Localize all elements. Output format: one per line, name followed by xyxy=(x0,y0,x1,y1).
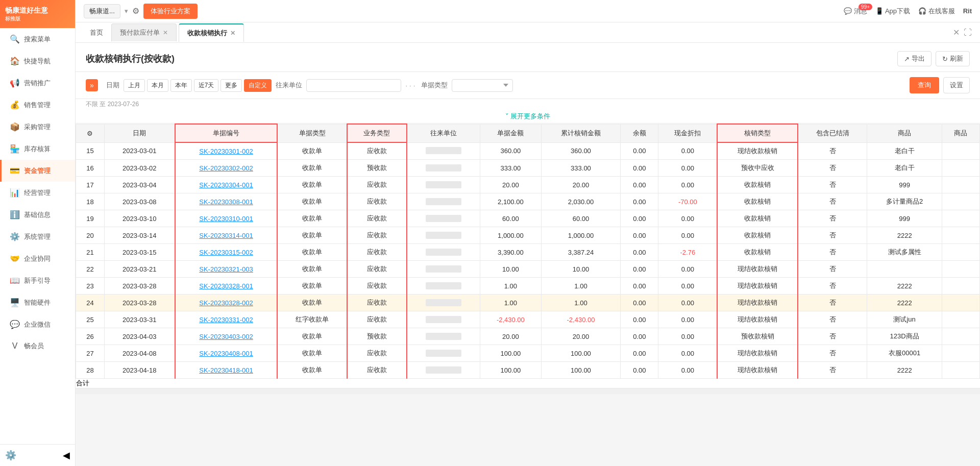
cell-doc-no[interactable]: SK-20230302-002 xyxy=(175,160,278,177)
table-row[interactable]: 16 2023-03-02 SK-20230302-002 收款单 预收款 33… xyxy=(76,160,980,177)
settings-icon[interactable]: ⚙️ xyxy=(5,450,16,461)
chevron-down-icon[interactable]: ▾ xyxy=(125,7,128,15)
cell-no: 16 xyxy=(76,160,105,177)
date-this-month-btn[interactable]: 本月 xyxy=(147,79,168,92)
app-download-btn[interactable]: 📱 App下载 xyxy=(875,7,910,16)
cell-doc-no[interactable]: SK-20230308-001 xyxy=(175,193,278,210)
cell-biz-type: 应收款 xyxy=(347,311,406,328)
query-btn[interactable]: 查询 xyxy=(910,77,939,93)
industry-btn[interactable]: 体验行业方案 xyxy=(143,4,198,19)
corp-icon: 🤝 xyxy=(10,254,20,263)
sidebar-item-purchase[interactable]: 📦 采购管理 xyxy=(0,116,75,138)
gear-icon[interactable]: ⚙ xyxy=(132,6,139,16)
cell-doc-no[interactable]: SK-20230310-001 xyxy=(175,210,278,227)
date-this-year-btn[interactable]: 本年 xyxy=(170,79,192,92)
org-selector[interactable]: 畅康道... xyxy=(84,4,120,18)
settings-btn[interactable]: 设置 xyxy=(943,77,970,93)
sidebar-item-finance[interactable]: 💳 资金管理 xyxy=(0,160,75,182)
expand-more-btn[interactable]: ˅ 展开更多条件 xyxy=(505,112,551,121)
online-service-btn[interactable]: 🎧 在线客服 xyxy=(918,7,955,16)
th-biz-type: 业务类型 xyxy=(347,124,406,142)
table-row[interactable]: 15 2023-03-01 SK-20230301-002 收款单 应收款 36… xyxy=(76,142,980,160)
cell-doc-no[interactable]: SK-20230328-001 xyxy=(175,278,278,295)
tab-collection[interactable]: 收款核销执行 ✕ xyxy=(179,23,244,42)
cell-product2 xyxy=(942,193,979,210)
refresh-btn[interactable]: ↻ 刷新 xyxy=(936,51,970,66)
close-all-icon[interactable]: ✕ xyxy=(953,28,960,37)
tab-prepay[interactable]: 预付款应付单 ✕ xyxy=(111,23,177,41)
cell-doc-no[interactable]: SK-20230321-003 xyxy=(175,261,278,278)
th-included: 包含已结清 xyxy=(798,124,867,142)
table-row[interactable]: 25 2023-03-31 SK-20230331-002 红字收款单 应收款 … xyxy=(76,311,980,328)
cell-doc-no[interactable]: SK-20230328-002 xyxy=(175,295,278,311)
sidebar-item-member[interactable]: V 畅会员 xyxy=(0,335,75,357)
cell-doc-type: 收款单 xyxy=(277,345,347,362)
sidebar-item-wechat[interactable]: 💬 企业微信 xyxy=(0,313,75,335)
partner-label: 往来单位 xyxy=(276,81,302,90)
message-btn[interactable]: 💬 消息 99+ xyxy=(844,7,867,16)
date-more-btn[interactable]: 更多 xyxy=(220,79,242,92)
sidebar-item-hardware[interactable]: 🖥️ 智能硬件 xyxy=(0,291,75,313)
table-row[interactable]: 28 2023-04-18 SK-20230418-001 收款单 应收款 10… xyxy=(76,362,980,379)
date-last-month-btn[interactable]: 上月 xyxy=(124,79,145,92)
partner-input[interactable] xyxy=(306,79,401,92)
sidebar-item-inventory[interactable]: 🏪 库存核算 xyxy=(0,138,75,160)
cell-doc-no[interactable]: SK-20230314-001 xyxy=(175,227,278,244)
doc-type-select[interactable] xyxy=(452,79,513,92)
tab-prepay-close[interactable]: ✕ xyxy=(163,29,168,36)
cell-doc-no[interactable]: SK-20230403-002 xyxy=(175,328,278,345)
sidebar-item-search[interactable]: 🔍 搜索菜单 xyxy=(0,28,75,50)
sidebar-item-guide[interactable]: 📖 新手引导 xyxy=(0,269,75,291)
cell-doc-no[interactable]: SK-20230331-002 xyxy=(175,311,278,328)
sidebar-item-basic[interactable]: ℹ️ 基础信息 xyxy=(0,204,75,226)
cell-included: 否 xyxy=(798,295,867,311)
sidebar-item-marketing[interactable]: 📢 营销推广 xyxy=(0,72,75,94)
table-row[interactable]: 23 2023-03-28 SK-20230328-001 收款单 应收款 1.… xyxy=(76,278,980,295)
table-row[interactable]: 24 2023-03-28 SK-20230328-002 收款单 应收款 1.… xyxy=(76,295,980,311)
filter-toggle-btn[interactable]: » xyxy=(86,79,98,91)
sidebar-item-sales[interactable]: 💰 销售管理 xyxy=(0,94,75,116)
date-7days-btn[interactable]: 近7天 xyxy=(194,79,219,92)
cell-partner xyxy=(407,295,480,311)
table-row[interactable]: 26 2023-04-03 SK-20230403-002 收款单 预收款 20… xyxy=(76,328,980,345)
table-row[interactable]: 18 2023-03-08 SK-20230308-001 收款单 应收款 2,… xyxy=(76,193,980,210)
cell-discount: 0.00 xyxy=(658,177,718,193)
fullscreen-icon[interactable]: ⛶ xyxy=(964,28,972,37)
sidebar-item-corp[interactable]: 🤝 企业协同 xyxy=(0,248,75,269)
cell-date: 2023-04-03 xyxy=(104,328,175,345)
cell-included: 否 xyxy=(798,227,867,244)
table-row[interactable]: 22 2023-03-21 SK-20230321-003 收款单 应收款 10… xyxy=(76,261,980,278)
th-date: 日期 xyxy=(104,124,175,142)
cell-doc-no[interactable]: SK-20230418-001 xyxy=(175,362,278,379)
collapse-icon[interactable]: ◀ xyxy=(63,450,70,461)
page-content: 收款核销执行(按收款) ↗ 导出 ↻ 刷新 » 日期 上月 本月 本 xyxy=(76,43,980,466)
tab-collection-close[interactable]: ✕ xyxy=(230,30,235,37)
cell-biz-type: 预收款 xyxy=(347,328,406,345)
table-row[interactable]: 27 2023-04-08 SK-20230408-001 收款单 应收款 10… xyxy=(76,345,980,362)
export-btn[interactable]: ↗ 导出 xyxy=(897,51,932,66)
cell-product2 xyxy=(942,261,979,278)
cell-doc-no[interactable]: SK-20230304-001 xyxy=(175,177,278,193)
cell-doc-no[interactable]: SK-20230315-002 xyxy=(175,244,278,261)
horizontal-scrollbar[interactable] xyxy=(76,388,980,394)
headset-icon: 🎧 xyxy=(918,7,926,15)
cell-product1: 999 xyxy=(867,177,942,193)
th-doc-type: 单据类型 xyxy=(277,124,347,142)
tab-home[interactable]: 首页 xyxy=(84,24,109,41)
table-row[interactable]: 19 2023-03-10 SK-20230310-001 收款单 应收款 60… xyxy=(76,210,980,227)
cell-doc-no[interactable]: SK-20230408-001 xyxy=(175,345,278,362)
cell-doc-no[interactable]: SK-20230301-002 xyxy=(175,142,278,160)
cell-no: 22 xyxy=(76,261,105,278)
table-row[interactable]: 17 2023-03-04 SK-20230304-001 收款单 应收款 20… xyxy=(76,177,980,193)
sidebar-item-system[interactable]: ⚙️ 系统管理 xyxy=(0,226,75,248)
table-row[interactable]: 20 2023-03-14 SK-20230314-001 收款单 应收款 1,… xyxy=(76,227,980,244)
table-row[interactable]: 21 2023-03-15 SK-20230315-002 收款单 应收款 3,… xyxy=(76,244,980,261)
sidebar-item-business[interactable]: 📊 经营管理 xyxy=(0,182,75,204)
sidebar-item-quick[interactable]: 🏠 快捷导航 xyxy=(0,50,75,72)
phone-icon: 📱 xyxy=(875,7,884,15)
th-gear[interactable]: ⚙ xyxy=(76,124,105,142)
cell-no: 15 xyxy=(76,142,105,160)
user-avatar[interactable]: Rit xyxy=(963,7,972,15)
date-custom-btn[interactable]: 自定义 xyxy=(244,79,272,92)
cell-product1: 老白干 xyxy=(867,142,942,160)
